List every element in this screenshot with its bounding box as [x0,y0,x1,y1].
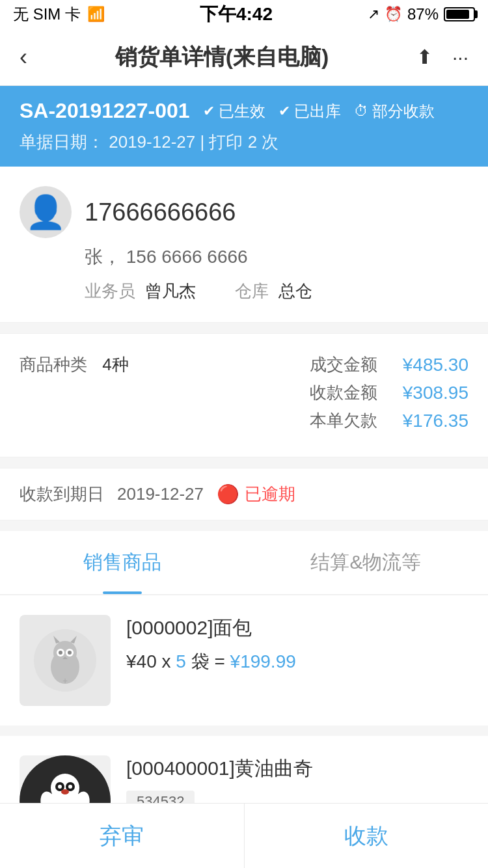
due-date-section: 收款到期日 2019-12-27 🔴 已逾期 [0,468,488,521]
check-icon-1: ✔ [203,103,215,120]
status-bar: 无 SIM 卡 📶 下午4:42 ↗ ⏰ 87% [0,0,488,29]
order-id-row: SA-20191227-001 ✔ 已生效 ✔ 已出库 ⏱ 部分收款 [20,99,468,123]
owl-placeholder-icon: + [33,628,98,693]
bottom-action-bar: 弃审 收款 [0,803,488,868]
status-time: 下午4:42 [200,2,273,27]
financial-stats: 成交金额 ¥485.30 收款金额 ¥308.95 本单欠款 ¥176.35 [310,353,468,437]
product-price-0: ¥40 x 5 袋 = ¥199.99 [126,649,468,674]
order-header-banner: SA-20191227-001 ✔ 已生效 ✔ 已出库 ⏱ 部分收款 单据日期：… [0,86,488,167]
tab-settlement-logistics[interactable]: 结算&物流等 [244,531,488,594]
owed-value: ¥176.35 [390,411,468,431]
warehouse-value: 总仓 [278,281,312,301]
product-name-0: [0000002]面包 [126,615,468,642]
product-thumb-0: + [20,615,111,706]
product-item-0: + [0000002]面包 ¥40 x 5 袋 = ¥199.99 [0,595,488,736]
owed-row: 本单欠款 ¥176.35 [310,409,468,432]
svg-point-8 [68,651,72,655]
product-type-info: 商品种类 4种 [20,353,129,376]
tab-sales-products[interactable]: 销售商品 [0,531,244,594]
customer-meta: 业务员 曾凡杰 仓库 总仓 [20,280,468,303]
customer-section: 👤 17666666666 张， 156 6666 6666 业务员 曾凡杰 仓… [0,167,488,323]
badge-activated: ✔ 已生效 [203,101,265,122]
avatar: 👤 [20,186,72,238]
wifi-icon: 📶 [87,6,105,23]
battery-icon [444,7,475,21]
product-tabs: 销售商品 结算&物流等 [0,531,488,595]
confirm-payment-button[interactable]: 收款 [245,804,489,868]
product-name-1: [000400001]黄油曲奇 [126,755,468,782]
carrier-text: 无 SIM 卡 [13,4,81,25]
alarm-icon: ⏰ [385,6,402,23]
order-date-row: 单据日期： 2019-12-27 | 打印 2 次 [20,131,468,154]
avatar-icon: 👤 [25,193,66,231]
sales-person-value: 曾凡杰 [145,281,196,301]
received-value: ¥308.95 [390,383,468,403]
page-title: 销货单详情(来自电脑) [115,42,329,72]
svg-text:+: + [62,675,68,686]
product-total-0: ¥199.99 [230,651,296,671]
product-info-0: [0000002]面包 ¥40 x 5 袋 = ¥199.99 [126,615,468,674]
location-icon: ↗ [368,6,379,23]
customer-main-row: 👤 17666666666 [20,186,468,238]
badge-partial-payment: ⏱ 部分收款 [354,101,435,122]
amount-value: ¥485.30 [390,355,468,375]
svg-point-17 [68,785,72,789]
overdue-badge: 🔴 已逾期 [217,483,295,506]
customer-name-phone: 张， 156 6666 6666 [20,245,468,269]
warehouse-item: 仓库 总仓 [235,280,312,303]
badge-outbound: ✔ 已出库 [278,101,341,122]
clock-icon: ⏱ [354,103,368,120]
check-icon-2: ✔ [278,103,290,120]
back-button[interactable]: ‹ [20,44,27,71]
product-qty-0: 5 [176,651,186,671]
amount-row: 成交金额 ¥485.30 [310,353,468,376]
more-icon[interactable]: ··· [452,46,468,68]
received-row: 收款金额 ¥308.95 [310,381,468,404]
status-carrier: 无 SIM 卡 📶 [13,4,105,25]
battery-text: 87% [407,5,439,23]
nav-right-actions: ⬆ ··· [416,46,468,68]
cancel-button[interactable]: 弃审 [0,804,245,868]
share-icon[interactable]: ⬆ [416,46,433,68]
svg-point-13 [51,774,79,802]
stats-section: 商品种类 4种 成交金额 ¥485.30 收款金额 ¥308.95 本单欠款 ¥… [0,333,488,457]
svg-point-16 [58,785,62,789]
customer-id: 17666666666 [85,198,236,226]
sales-person-item: 业务员 曾凡杰 [85,280,196,303]
order-id: SA-20191227-001 [20,99,190,123]
svg-point-7 [59,651,62,655]
svg-point-18 [61,789,69,794]
status-right: ↗ ⏰ 87% [368,5,475,23]
nav-bar: ‹ 销货单详情(来自电脑) ⬆ ··· [0,29,488,86]
overdue-icon: 🔴 [217,483,239,505]
